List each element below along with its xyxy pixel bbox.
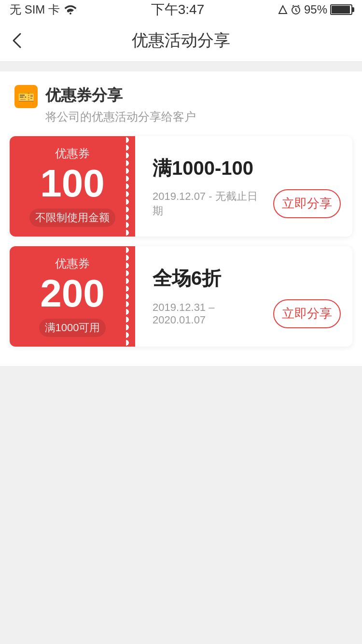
page-title: 优惠活动分享	[132, 29, 230, 52]
section-icon: 🎫	[14, 85, 38, 108]
coupon-right-2: 全场6折 2019.12.31 – 2020.01.07 立即分享	[135, 246, 352, 347]
share-button-2[interactable]: 立即分享	[273, 299, 341, 328]
alarm-icon	[291, 4, 301, 15]
coupon-emoji-icon: 🎫	[18, 89, 35, 105]
svg-line-4	[298, 5, 299, 6]
section-header: 🎫 优惠券分享 将公司的优惠活动分享给客户	[0, 71, 362, 136]
coupon-name-2: 全场6折	[153, 265, 341, 292]
coupon-meta-1: 2019.12.07 - 无截止日期 立即分享	[153, 189, 341, 218]
coupon-left-1: 优惠券 100 不限制使用金额	[10, 136, 135, 237]
bottom-empty-area	[0, 366, 362, 644]
coupon-amount-1: 100	[40, 164, 104, 203]
coupon-condition-2: 满1000可用	[39, 319, 106, 337]
svg-line-3	[292, 5, 294, 6]
nav-bar: 优惠活动分享	[0, 19, 362, 62]
section-text-group: 优惠券分享 将公司的优惠活动分享给客户	[45, 85, 196, 125]
coupon-left-2: 优惠券 200 满1000可用	[10, 246, 135, 347]
share-button-1[interactable]: 立即分享	[273, 189, 341, 218]
section-title: 优惠券分享	[45, 85, 196, 106]
battery-icon	[330, 4, 352, 15]
coupon-meta-2: 2019.12.31 – 2020.01.07 立即分享	[153, 299, 341, 328]
coupon-amount-2: 200	[40, 274, 104, 313]
coupon-name-1: 满1000-100	[153, 155, 341, 182]
coupon-card-2: 优惠券 200 满1000可用 全场6折 2019.12.31 – 2020.0…	[10, 246, 352, 347]
status-right: 95%	[278, 3, 352, 16]
back-button[interactable]	[12, 32, 22, 49]
coupon-condition-1: 不限制使用金额	[29, 209, 115, 227]
wifi-icon	[64, 5, 77, 14]
location-icon	[278, 5, 288, 14]
battery-percent: 95%	[304, 3, 327, 16]
sim-text: 无 SIM 卡	[10, 2, 60, 17]
section-gap	[0, 62, 362, 71]
coupon-right-1: 满1000-100 2019.12.07 - 无截止日期 立即分享	[135, 136, 352, 237]
coupon-date-1: 2019.12.07 - 无截止日期	[153, 189, 267, 218]
coupon-list: 优惠券 100 不限制使用金额 满1000-100 2019.12.07 - 无…	[0, 136, 362, 366]
status-bar: 无 SIM 卡 下午3:47 95%	[0, 0, 362, 19]
status-time: 下午3:47	[151, 0, 205, 19]
coupon-label-2: 优惠券	[55, 256, 90, 271]
status-left: 无 SIM 卡	[10, 2, 77, 17]
battery-fill	[332, 6, 350, 14]
coupon-card-1: 优惠券 100 不限制使用金额 满1000-100 2019.12.07 - 无…	[10, 136, 352, 237]
coupon-date-2: 2019.12.31 – 2020.01.07	[153, 301, 267, 326]
section-subtitle: 将公司的优惠活动分享给客户	[45, 109, 196, 125]
back-icon	[12, 32, 22, 49]
svg-line-2	[296, 11, 297, 12]
coupon-label-1: 优惠券	[55, 146, 90, 161]
